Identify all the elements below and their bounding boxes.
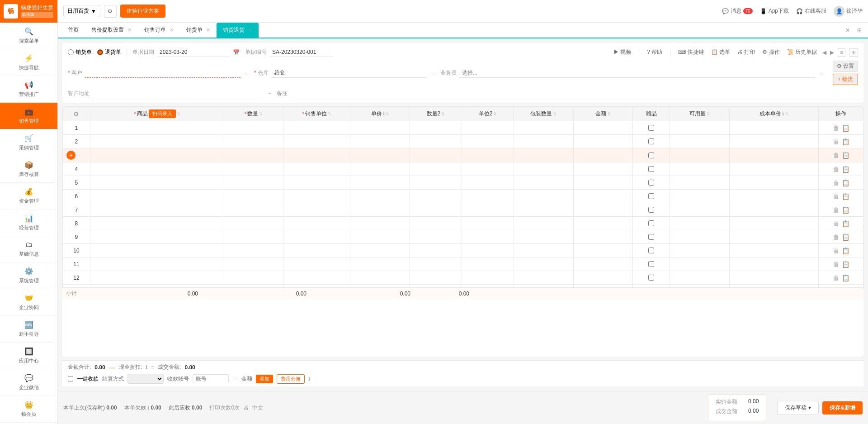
logistics-btn[interactable]: + 物流 <box>833 74 858 85</box>
app-download-btn[interactable]: 📱 App下载 <box>760 7 789 15</box>
delete-row-icon[interactable]: 🗑 <box>831 233 840 241</box>
discount-info-icon[interactable]: ℹ <box>146 364 147 370</box>
price-info-icon[interactable]: ℹ <box>383 111 385 117</box>
sort-product-icon[interactable]: ⇅ <box>177 112 180 116</box>
tab-close-all-icon[interactable]: ✕ <box>843 27 853 33</box>
gift-checkbox[interactable] <box>648 234 654 240</box>
tab-expand-icon[interactable]: ⊞ <box>854 27 864 33</box>
scan-btn[interactable]: 扫码录入 <box>149 110 176 118</box>
stat2-info-icon[interactable]: ℹ <box>147 405 149 410</box>
account-dots[interactable]: ··· <box>234 376 238 381</box>
radio-return[interactable]: 退货单 <box>97 48 121 56</box>
column-settings-icon[interactable]: ⚙ <box>73 110 79 118</box>
topbar-settings-btn[interactable]: ⚙ <box>104 5 117 18</box>
delete-row-icon[interactable]: 🗑 <box>831 247 840 254</box>
sort-cost-icon[interactable]: ⇅ <box>785 112 788 116</box>
delete-row-icon[interactable]: 🗑 <box>831 220 840 227</box>
sort-qty-icon[interactable]: ⇅ <box>259 112 263 116</box>
number-input[interactable] <box>269 48 333 57</box>
view-grid-icon[interactable]: ⊞ <box>849 48 858 57</box>
delete-row-icon[interactable]: 🗑 <box>831 193 840 200</box>
copy-row-icon[interactable]: 📋 <box>840 206 851 214</box>
save-draft-btn[interactable]: 保存草稿 ▾ <box>777 401 819 415</box>
sidebar-item-enterprise[interactable]: 🤝 企业协同 <box>0 289 57 316</box>
sidebar-item-finance[interactable]: 💰 资金管理 <box>0 183 57 210</box>
payment-checkbox[interactable] <box>68 376 73 381</box>
copy-row-icon[interactable]: 📋 <box>840 247 851 254</box>
sort-unit2-icon[interactable]: ⇅ <box>493 112 497 116</box>
gift-checkbox[interactable] <box>648 125 654 131</box>
sidebar-item-marketing[interactable]: 📢 营销推广 <box>0 76 57 103</box>
calendar-icon[interactable]: 📅 <box>233 49 240 56</box>
sidebar-item-operations[interactable]: 📊 经营管理 <box>0 210 57 236</box>
copy-row-icon[interactable]: 📋 <box>840 152 851 159</box>
add-payment-btn[interactable]: 添加 <box>256 375 273 383</box>
delete-row-icon[interactable]: 🗑 <box>831 152 840 159</box>
operation-btn[interactable]: ⚙ 操作 <box>760 48 781 57</box>
view-list-icon[interactable]: ≡ <box>838 48 845 57</box>
help-btn[interactable]: ? 帮助 <box>645 48 664 57</box>
gift-checkbox[interactable] <box>648 166 654 172</box>
sort-amount-icon[interactable]: ⇅ <box>607 112 611 116</box>
delete-row-icon[interactable]: 🗑 <box>831 274 840 281</box>
sidebar-item-shortcut[interactable]: ⚡ 快捷导航 <box>0 49 57 76</box>
sidebar-item-wechat[interactable]: 💬 企业微信 <box>0 369 57 396</box>
copy-row-icon[interactable]: 📋 <box>840 220 851 227</box>
gift-checkbox[interactable] <box>648 193 654 199</box>
video-btn[interactable]: ▶ 视频 <box>612 48 633 57</box>
gift-checkbox[interactable] <box>648 207 654 213</box>
warehouse-input[interactable] <box>271 68 427 78</box>
sort-unit-icon[interactable]: ⇅ <box>328 112 331 116</box>
copy-row-icon[interactable]: 📋 <box>840 274 851 281</box>
customer-select-icon[interactable]: ··· <box>245 71 249 76</box>
salesperson-input[interactable] <box>459 68 815 78</box>
copy-row-icon[interactable]: 📋 <box>840 261 851 268</box>
delete-row-icon[interactable]: 🗑 <box>831 124 840 132</box>
salesperson-select-icon[interactable]: ··· <box>820 71 823 76</box>
fenpai-btn[interactable]: 费用分摊 <box>277 374 305 384</box>
copy-row-icon[interactable]: 📋 <box>840 179 851 186</box>
delete-row-icon[interactable]: 🗑 <box>831 261 840 268</box>
delete-row-icon[interactable]: 🗑 <box>831 206 840 214</box>
gift-checkbox[interactable] <box>648 138 654 144</box>
note-input[interactable] <box>290 89 858 98</box>
sort-pack-icon[interactable]: ⇅ <box>553 112 557 116</box>
sort-price-icon[interactable]: ⇅ <box>386 112 389 116</box>
tab-close-return[interactable]: ✕ <box>248 27 252 33</box>
tab-close-delivery[interactable]: ✕ <box>206 27 210 33</box>
history-btn[interactable]: 📜 历史单据 <box>785 48 819 57</box>
customer-input[interactable] <box>85 68 241 78</box>
sidebar-item-search[interactable]: 🔍 搜索菜单 <box>0 23 57 49</box>
gift-checkbox[interactable] <box>648 275 654 281</box>
date-input[interactable] <box>157 48 230 57</box>
sidebar-item-member[interactable]: 👑 畅会员 <box>0 396 57 423</box>
fenpai-info-icon[interactable]: ℹ <box>308 376 310 382</box>
tab-close-price[interactable]: ✕ <box>127 27 132 33</box>
tab-price-settings[interactable]: 售价提取设置 ✕ <box>85 23 138 38</box>
tab-sales-delivery[interactable]: 销货单 ✕ <box>180 23 217 38</box>
print-btn[interactable]: 🖨 打印 <box>736 48 757 57</box>
tab-sales-order[interactable]: 销售订单 ✕ <box>138 23 180 38</box>
delete-row-icon[interactable]: 🗑 <box>831 179 840 186</box>
tab-close-order[interactable]: ✕ <box>170 27 174 33</box>
save-new-btn[interactable]: 保存&新增 <box>822 401 863 414</box>
sidebar-item-inventory[interactable]: 📦 库存核算 <box>0 156 57 183</box>
radio-sales[interactable]: 销货单 <box>68 48 92 56</box>
calc-method-select[interactable] <box>127 374 164 384</box>
copy-row-icon[interactable]: 📋 <box>840 193 851 200</box>
gift-checkbox[interactable] <box>648 152 654 158</box>
sidebar-item-purchase[interactable]: 🛒 采购管理 <box>0 129 57 156</box>
copy-row-icon[interactable]: 📋 <box>840 124 851 132</box>
next-record-icon[interactable]: ▶ <box>830 49 834 56</box>
sidebar-item-apps[interactable]: 🔲 应用中心 <box>0 343 57 369</box>
sort-qty2-icon[interactable]: ⇅ <box>441 112 445 116</box>
delete-row-icon[interactable]: 🗑 <box>831 138 840 145</box>
cost-info-icon[interactable]: ℹ <box>782 111 784 117</box>
address-input[interactable] <box>92 89 263 98</box>
select-btn[interactable]: 📋 选单 <box>709 48 732 57</box>
gift-checkbox[interactable] <box>648 180 654 186</box>
sidebar-item-sales[interactable]: 💼 销售管理 <box>0 103 57 129</box>
address-select-icon[interactable]: ··· <box>268 91 271 96</box>
sort-avail-icon[interactable]: ⇅ <box>707 112 710 116</box>
industry-dropdown[interactable]: 日用百货 ▼ <box>63 5 100 17</box>
